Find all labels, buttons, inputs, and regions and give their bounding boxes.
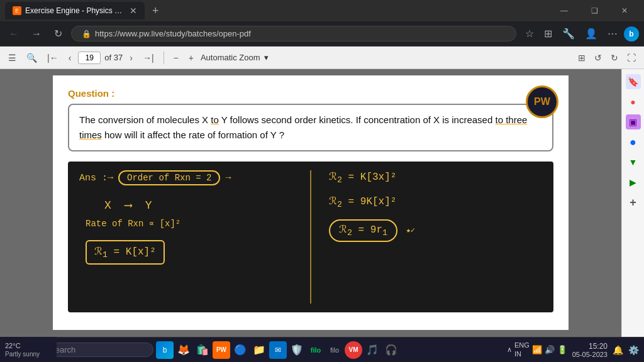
taskbar-icon-shield[interactable]: 🛡️ (288, 341, 306, 359)
rotate-cw-btn[interactable]: ↻ (608, 52, 621, 64)
pw-logo-text: PW (534, 97, 550, 107)
answer-confirmed: ★✓ (406, 226, 415, 235)
r2-eq3-box: ℛ2 = 9r1 (329, 219, 397, 241)
weather-desc: Partly sunny (5, 351, 57, 358)
pdf-toolbar: ☰ 🔍 |← ‹ of 37 › →| − + Automatic Zoom ▾… (0, 47, 644, 69)
reaction-eq: X ⟶ Y (104, 198, 292, 212)
fullscreen-btn[interactable]: ⛶ (624, 52, 639, 64)
minimize-btn[interactable]: — (550, 0, 579, 21)
notification-btn[interactable]: 🔔 (613, 345, 623, 355)
taskbar-icon-filo[interactable]: filo (307, 341, 325, 359)
taskbar-icon-pw[interactable]: PW (213, 341, 230, 359)
r1-equation-box: ℛ1 = K[x]² (86, 240, 165, 265)
lang-label: ENGIN (514, 341, 530, 358)
system-tray: ∧ ENGIN 📶 🔊 🔋 (507, 341, 567, 358)
question-text-part2: Y follows second order kinetics. If conc… (219, 114, 496, 125)
weather-widget: 22°C Partly sunny (0, 337, 57, 362)
panel-download-icon[interactable]: ▼ (626, 155, 641, 170)
taskbar-icon-edge[interactable]: b (156, 341, 174, 359)
rate-proportional: Rate of Rxn ∝ [x]² (86, 218, 292, 229)
question-text-part3: how will it affect the rate of formation… (102, 129, 284, 140)
clock[interactable]: 15:20 05-05-2023 (572, 342, 608, 358)
taskbar-icon-files[interactable]: 📁 (250, 341, 268, 359)
taskbar-icon-filo2[interactable]: filo (326, 341, 343, 359)
next-page-btn[interactable]: › (126, 52, 136, 64)
tab-title: Exercise Engine - Physics Wallah (25, 6, 126, 15)
taskbar-icon-firefox[interactable]: 🦊 (175, 341, 192, 359)
new-tab-btn[interactable]: + (147, 4, 164, 18)
tab-close-btn[interactable]: ✕ (130, 6, 137, 16)
taskbar-icon-spotify[interactable]: 🎵 (364, 341, 381, 359)
taskbar-right: ∧ ENGIN 📶 🔊 🔋 15:20 05-05-2023 🔔 ⚙️ (507, 341, 639, 358)
last-page-btn[interactable]: →| (140, 52, 157, 64)
taskbar-icon-store[interactable]: 🛍️ (194, 341, 211, 359)
taskbar: 🔍 Search b 🦊 🛍️ PW 🔵 📁 ✉ 🛡️ filo filo VM… (0, 337, 644, 362)
panel-add-icon[interactable]: + (626, 195, 641, 210)
active-tab[interactable]: E Exercise Engine - Physics Wallah ✕ (5, 2, 145, 19)
maximize-btn[interactable]: ❑ (580, 0, 609, 21)
window-controls: — ❑ ✕ (550, 0, 639, 21)
pdf-outer: PW Question : The conversion of molecule… (0, 69, 644, 337)
url-bar[interactable]: 🔒 https://www.pw.live/study/batches/open… (71, 26, 516, 41)
ans-label: Ans :→ (79, 173, 113, 184)
refresh-btn[interactable]: ↻ (50, 25, 66, 42)
extensions-btn[interactable]: 🔧 (558, 25, 579, 42)
sidebar-toggle-btn[interactable]: ☰ (5, 52, 19, 64)
zoom-label: Automatic Zoom (201, 53, 260, 62)
pw-logo: PW (526, 85, 558, 118)
wifi-icon[interactable]: 📶 (532, 345, 542, 354)
question-underline-to: to (211, 114, 219, 125)
temperature: 22°C (5, 341, 57, 350)
right-tools: ⊞ ↺ ↻ ⛶ (575, 52, 639, 64)
first-page-btn[interactable]: |← (44, 52, 62, 64)
page-total: of 37 (104, 53, 123, 62)
browser-actions: ☆ ⊞ 🔧 👤 ⋯ b (521, 25, 639, 42)
chalkboard: Ans :→ Order of Rxn = 2 → X ⟶ Y Rate of … (68, 162, 553, 312)
question-box: The conversion of molecules X to Y follo… (68, 104, 553, 151)
panel-green-arrow-icon[interactable]: ▶ (626, 175, 641, 190)
order-box: Order of Rxn = 2 (118, 170, 220, 185)
page-number-input[interactable] (78, 52, 101, 64)
pdf-scroll: PW Question : The conversion of molecule… (0, 69, 621, 337)
taskbar-icon-chrome[interactable]: 🔵 (231, 341, 249, 359)
panel-blue-icon[interactable]: ● (626, 134, 641, 150)
tray-up-arrow[interactable]: ∧ (507, 346, 512, 354)
right-math: ℛ2 = K[3x]² ℛ2 = 9K[x]² ℛ2 = 9r1 ★✓ (329, 170, 542, 304)
zoom-in-btn[interactable]: + (186, 52, 197, 64)
left-math: Ans :→ Order of Rxn = 2 → X ⟶ Y Rate of … (79, 170, 292, 304)
panel-app-icon[interactable]: ▣ (626, 114, 641, 129)
taskbar-icon-mail[interactable]: ✉ (269, 341, 287, 359)
prev-page-btn[interactable]: ‹ (65, 52, 75, 64)
search-pdf-btn[interactable]: 🔍 (23, 52, 40, 64)
favorites-btn[interactable]: ☆ (521, 25, 538, 42)
collections-btn[interactable]: ⊞ (540, 25, 556, 42)
edge-logo: b (624, 26, 639, 41)
question-label: Question : (68, 88, 553, 99)
battery-icon[interactable]: 🔋 (557, 345, 567, 354)
rotate-btn[interactable]: ↺ (591, 52, 605, 64)
account-btn[interactable]: 👤 (581, 25, 601, 42)
zoom-out-btn[interactable]: − (170, 52, 182, 64)
more-btn[interactable]: ⋯ (604, 25, 621, 42)
r2-eq1: ℛ2 = K[3x]² (329, 170, 542, 185)
question-text-part1: The conversion of molecules X (79, 114, 211, 125)
tab-favicon: E (13, 6, 21, 15)
forward-btn[interactable]: → (28, 26, 45, 42)
close-btn[interactable]: ✕ (610, 0, 639, 21)
settings-btn[interactable]: ⚙️ (628, 345, 639, 355)
spread-btn[interactable]: ⊞ (575, 52, 589, 64)
pdf-page: PW Question : The conversion of molecule… (53, 75, 569, 330)
tab-bar: E Exercise Engine - Physics Wallah ✕ + —… (0, 0, 644, 21)
taskbar-icon-vm[interactable]: VM (345, 341, 362, 359)
r2-eq2: ℛ2 = 9K[x]² (329, 195, 542, 209)
taskbar-icon-music[interactable]: 🎧 (382, 341, 400, 359)
panel-bookmark-icon[interactable]: 🔖 (626, 74, 641, 89)
back-btn[interactable]: ← (5, 26, 23, 42)
taskbar-pinned-icons: b 🦊 🛍️ PW 🔵 📁 ✉ 🛡️ filo filo VM 🎵 🎧 (156, 341, 400, 359)
lock-icon: 🔒 (82, 30, 91, 38)
panel-pencil-icon[interactable]: ● (626, 94, 641, 109)
url-text: https://www.pw.live/study/batches/open-p… (95, 29, 251, 38)
volume-icon[interactable]: 🔊 (545, 345, 555, 354)
clock-time: 15:20 (572, 342, 608, 351)
zoom-dropdown-icon[interactable]: ▾ (264, 53, 269, 62)
